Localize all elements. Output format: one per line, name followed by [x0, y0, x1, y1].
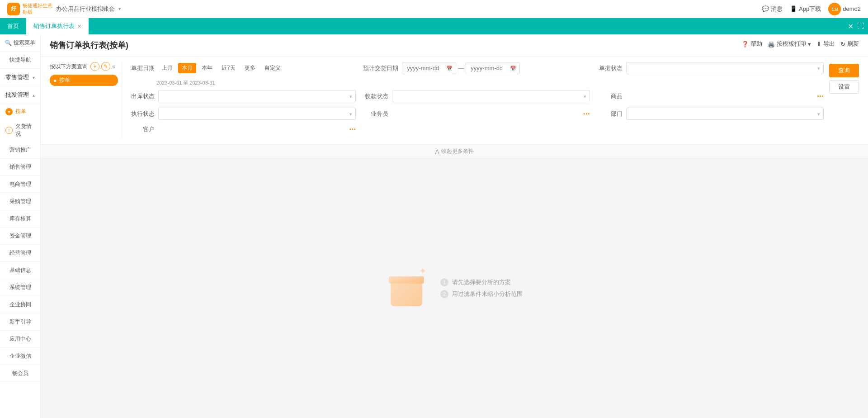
scheme-dot-icon: ●: [53, 77, 57, 84]
scheme-add-button[interactable]: +: [90, 62, 99, 71]
product-label: 商品: [597, 92, 623, 100]
sidebar-item-operations[interactable]: 经营管理: [0, 245, 40, 262]
filter-product-field: 商品 ···: [597, 90, 824, 102]
sidebar-sub-by-order[interactable]: ● 按单: [0, 104, 40, 119]
sidebar-item-member[interactable]: 畅会员: [0, 365, 40, 382]
sidebar-item-marketing[interactable]: 营销推广: [0, 142, 40, 159]
date-btn-last-month[interactable]: 上月: [158, 63, 176, 73]
sidebar-quick-nav[interactable]: 快捷导航: [0, 52, 40, 69]
outline-dot-icon: ○: [5, 127, 13, 134]
scheme-actions: + ✎ «: [90, 62, 115, 71]
sidebar-item-system[interactable]: 系统管理: [0, 279, 40, 296]
scheme-collapse-icon[interactable]: «: [112, 63, 115, 70]
sidebar-search-menu[interactable]: 🔍 搜索菜单: [0, 34, 40, 52]
scheme-edit-button[interactable]: ✎: [101, 62, 110, 71]
filter-area: 按以下方案查询 + ✎ « ● 按单: [41, 57, 868, 158]
avatar: Ea: [828, 3, 841, 15]
tab-sales-order[interactable]: 销售订单执行表 ✕: [26, 18, 89, 34]
refresh-button[interactable]: ↻ 刷新: [840, 40, 859, 48]
exec-status-wrapper: ▾: [158, 108, 356, 120]
exec-status-select[interactable]: [158, 108, 356, 120]
main-layout: 🔍 搜索菜单 快捷导航 零售管理 ▾ 批发管理 ▴ ● 按单 ○ 欠货情况 营销…: [0, 34, 868, 418]
out-status-label: 出库状态: [129, 92, 155, 100]
export-button[interactable]: ⬇ 导出: [816, 40, 835, 48]
payment-status-select[interactable]: [392, 90, 590, 102]
salesperson-label: 业务员: [363, 110, 388, 118]
expected-date-end-input[interactable]: [466, 62, 520, 74]
dept-select[interactable]: [626, 108, 824, 120]
filter-row-3: 执行状态 ▾ 业务员 ···: [129, 108, 824, 120]
user-profile[interactable]: Ea demo2: [828, 3, 861, 15]
collapse-row[interactable]: ⋀ 收起更多条件: [41, 144, 868, 158]
print-dropdown-icon[interactable]: ▾: [808, 41, 811, 48]
expected-date-start-input[interactable]: [402, 62, 456, 74]
tab-close-icon[interactable]: ✕: [77, 24, 81, 29]
page-header: 销售订单执行表(按单) ❓ 帮助 🖨️ 按模板打印 ▾ ⬇ 导出 ↻ 刷新: [41, 34, 868, 57]
sidebar-item-sales[interactable]: 销售管理: [0, 159, 40, 176]
print-button[interactable]: 🖨️ 按模板打印 ▾: [768, 40, 811, 48]
date-btn-7days[interactable]: 近7天: [218, 63, 239, 73]
empty-state: ✦ 1 请先选择要分析的方案 2 用过滤条件来缩小分析范围: [41, 158, 868, 418]
date-btn-custom[interactable]: 自定义: [261, 63, 284, 73]
tab-maximize-icon[interactable]: ⛶: [857, 22, 864, 30]
order-status-select[interactable]: [626, 62, 824, 74]
tip-num-2: 2: [440, 290, 448, 298]
sidebar-item-inventory[interactable]: 库存核算: [0, 210, 40, 228]
help-button[interactable]: ❓ 帮助: [741, 40, 762, 48]
customer-label: 客户: [129, 125, 155, 133]
product-dots-icon[interactable]: ···: [817, 92, 824, 100]
export-icon: ⬇: [816, 41, 821, 48]
sidebar: 🔍 搜索菜单 快捷导航 零售管理 ▾ 批发管理 ▴ ● 按单 ○ 欠货情况 营销…: [0, 34, 41, 418]
sidebar-item-wholesale[interactable]: 批发管理 ▴: [0, 86, 40, 104]
page-title: 销售订单执行表(按单): [50, 40, 128, 56]
collapse-button[interactable]: ⋀ 收起更多条件: [435, 147, 474, 155]
app-download-action[interactable]: 📱 App下载: [790, 5, 821, 13]
help-icon: ❓: [741, 41, 749, 48]
message-icon: 💬: [762, 5, 769, 12]
chevron-down-icon: ▾: [33, 75, 35, 80]
filter-customer-field: 客户 ···: [129, 125, 356, 133]
filter-row-2: 出库状态 ▾ 收款状态 ▾: [129, 90, 824, 102]
active-dot-icon: ●: [5, 108, 13, 115]
header-left: 好 畅捷通好生意 标版 办公用品行业模拟账套 ▾: [7, 3, 121, 15]
tip-num-1: 1: [440, 278, 448, 286]
sidebar-item-enterprise-wechat[interactable]: 企业微信: [0, 348, 40, 365]
sidebar-item-basics[interactable]: 基础信息: [0, 262, 40, 279]
print-icon: 🖨️: [768, 41, 775, 48]
date-btn-current-year[interactable]: 本年: [198, 63, 216, 73]
date-range-display: 2023-03-01 至 2023-03-31: [156, 80, 824, 86]
filter-payment-status-field: 收款状态 ▾: [363, 90, 590, 102]
message-action[interactable]: 💬 消息: [762, 5, 783, 13]
out-status-select[interactable]: [158, 90, 356, 102]
sidebar-item-enterprise-collab[interactable]: 企业协同: [0, 296, 40, 314]
tab-minimize-icon[interactable]: ✕: [848, 22, 854, 31]
scheme-item-by-order[interactable]: ● 按单: [50, 75, 118, 86]
filter-out-status-field: 出库状态 ▾: [129, 90, 356, 102]
empty-tip-1: 1 请先选择要分析的方案: [440, 278, 523, 286]
salesperson-dots-icon[interactable]: ···: [583, 110, 590, 118]
date-btn-current-month[interactable]: 本月: [178, 63, 196, 73]
date-btn-more[interactable]: 更多: [241, 63, 259, 73]
logo-area: 好 畅捷通好生意 标版: [7, 3, 52, 15]
sidebar-item-finance[interactable]: 资金管理: [0, 228, 40, 245]
scheme-panel: 按以下方案查询 + ✎ « ● 按单: [50, 62, 122, 139]
tab-home[interactable]: 首页: [0, 18, 26, 34]
filter-fields: 单据日期 上月 本月 本年 近7天 更多 自定义: [129, 62, 824, 139]
sidebar-item-ecommerce[interactable]: 电商管理: [0, 176, 40, 193]
order-status-label: 单据状态: [597, 64, 623, 72]
filter-main: 按以下方案查询 + ✎ « ● 按单: [41, 57, 868, 144]
sidebar-item-onboarding[interactable]: 新手引导: [0, 314, 40, 331]
logo-icon: 好: [7, 3, 20, 15]
nav-dropdown-icon[interactable]: ▾: [118, 6, 121, 12]
sidebar-item-app-center[interactable]: 应用中心: [0, 331, 40, 348]
sidebar-item-retail[interactable]: 零售管理 ▾: [0, 69, 40, 86]
reset-button[interactable]: 设置: [829, 80, 859, 94]
search-button[interactable]: 查询: [829, 64, 859, 77]
customer-dots-icon[interactable]: ···: [349, 125, 356, 133]
sidebar-sub-shortage[interactable]: ○ 欠货情况: [0, 119, 40, 142]
dept-wrapper: ▾: [626, 108, 824, 120]
order-status-wrapper: ▾: [626, 62, 824, 74]
dept-label: 部门: [597, 110, 623, 118]
exec-status-label: 执行状态: [129, 110, 155, 118]
sidebar-item-purchase[interactable]: 采购管理: [0, 193, 40, 210]
